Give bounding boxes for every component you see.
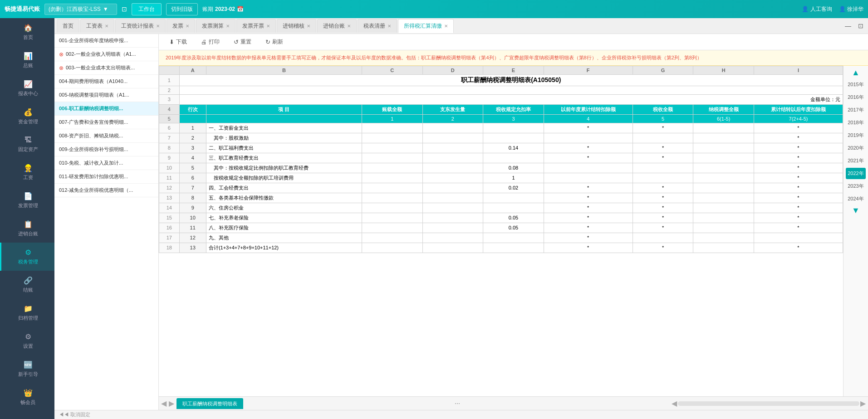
row-c7-15[interactable]: * bbox=[754, 213, 843, 223]
row-c2-6[interactable] bbox=[422, 123, 483, 133]
year-scroll-down[interactable]: ▼ bbox=[852, 206, 860, 215]
form-item-011[interactable]: 011-研发费用加计扣除优惠明... bbox=[54, 170, 158, 184]
form-item-006[interactable]: 006-职工薪酬纳税调整明细... bbox=[54, 102, 158, 116]
year-2019[interactable]: 2019年 bbox=[846, 130, 866, 141]
tab-close-salary-report[interactable]: ✕ bbox=[156, 24, 160, 29]
row-c2-18[interactable] bbox=[422, 243, 483, 253]
year-2017[interactable]: 2017年 bbox=[846, 104, 866, 116]
row-c3-9[interactable] bbox=[483, 153, 544, 163]
sidebar-item-tax[interactable]: ⚙ 税务管理 bbox=[0, 243, 54, 271]
row-c2-9[interactable] bbox=[422, 153, 483, 163]
spreadsheet-area[interactable]: A B C D E F G H I bbox=[159, 66, 843, 397]
row-c7-17[interactable] bbox=[754, 233, 843, 243]
tab-close-invoice-open[interactable]: ✕ bbox=[266, 24, 270, 29]
workbench-button[interactable]: 工作台 bbox=[132, 3, 162, 15]
row-c7-8[interactable]: * bbox=[754, 143, 843, 153]
row-c2-7[interactable] bbox=[422, 133, 483, 143]
row-c7-18[interactable]: * bbox=[754, 243, 843, 253]
sidebar-item-funds[interactable]: 💰 资金管理 bbox=[0, 102, 54, 131]
row-c6-18[interactable] bbox=[693, 243, 754, 253]
row-c4-11[interactable] bbox=[544, 173, 633, 183]
tab-close-salary[interactable]: ✕ bbox=[105, 24, 108, 29]
row-item-7[interactable]: 其中：股权激励 bbox=[206, 133, 362, 143]
row-c5-15[interactable]: * bbox=[633, 213, 693, 223]
row-c5-18[interactable]: * bbox=[633, 243, 693, 253]
row-c7-7[interactable]: * bbox=[754, 133, 843, 143]
form-item-009[interactable]: 009-企业所得税弥补亏损明细... bbox=[54, 143, 158, 156]
row-item-11[interactable]: 按税收规定全额扣除的职工培训费用 bbox=[206, 173, 362, 183]
tab-close-tax-clear[interactable]: ✕ bbox=[387, 24, 391, 29]
row-c3-6[interactable] bbox=[483, 123, 544, 133]
row-c5-10[interactable] bbox=[633, 163, 693, 173]
row-c4-9[interactable]: * bbox=[544, 153, 633, 163]
row-c2-11[interactable] bbox=[422, 173, 483, 183]
row-c5-8[interactable]: * bbox=[633, 143, 693, 153]
row-c2-12[interactable] bbox=[422, 183, 483, 193]
tab-minimize-icon[interactable]: — bbox=[843, 21, 853, 30]
unfix-label[interactable]: ◀◀ 取消固定 bbox=[59, 411, 90, 418]
row-c4-13[interactable]: * bbox=[544, 193, 633, 203]
row-c1-14[interactable] bbox=[362, 203, 422, 213]
row-c6-12[interactable] bbox=[693, 183, 754, 193]
row-c3-10[interactable]: 0.08 bbox=[483, 163, 544, 173]
row-c6-15[interactable] bbox=[693, 213, 754, 223]
row-c4-7[interactable] bbox=[544, 133, 633, 143]
tab-home[interactable]: 首页 bbox=[57, 19, 79, 33]
year-2016[interactable]: 2016年 bbox=[846, 92, 866, 103]
row-c3-7[interactable] bbox=[483, 133, 544, 143]
horizontal-scrollbar[interactable] bbox=[678, 401, 859, 406]
row-c3-15[interactable]: 0.05 bbox=[483, 213, 544, 223]
row-c3-13[interactable] bbox=[483, 193, 544, 203]
row-c1-8[interactable] bbox=[362, 143, 422, 153]
row-c2-16[interactable] bbox=[422, 223, 483, 233]
tab-invoice-calc[interactable]: 发票测算✕ bbox=[196, 19, 235, 33]
row-c5-11[interactable] bbox=[633, 173, 693, 183]
reset-button[interactable]: ↺ 重置 bbox=[230, 37, 255, 47]
tab-maximize-icon[interactable]: ⊡ bbox=[856, 21, 866, 30]
tab-invoice[interactable]: 发票✕ bbox=[167, 19, 195, 33]
row-c5-7[interactable] bbox=[633, 133, 693, 143]
row-item-14[interactable]: 六、住房公积金 bbox=[206, 203, 362, 213]
row-c6-7[interactable] bbox=[693, 133, 754, 143]
row-c6-11[interactable] bbox=[693, 173, 754, 183]
row-c2-10[interactable] bbox=[422, 163, 483, 173]
form-item-005[interactable]: 005-纳税调整项目明细表（A1... bbox=[54, 88, 158, 102]
row-c1-12[interactable] bbox=[362, 183, 422, 193]
year-2018[interactable]: 2018年 bbox=[846, 117, 866, 128]
row-c4-17[interactable]: * bbox=[544, 233, 633, 243]
row-c7-6[interactable]: * bbox=[754, 123, 843, 133]
row-c7-16[interactable]: * bbox=[754, 223, 843, 233]
row-c6-13[interactable] bbox=[693, 193, 754, 203]
sidebar-item-assets[interactable]: 🏗 固定资产 bbox=[0, 131, 54, 158]
row-c6-8[interactable] bbox=[693, 143, 754, 153]
row-c6-6[interactable] bbox=[693, 123, 754, 133]
row-c2-15[interactable] bbox=[422, 213, 483, 223]
row-c6-14[interactable] bbox=[693, 203, 754, 213]
row-item-13[interactable]: 五、各类基本社会保障性缴款 bbox=[206, 193, 362, 203]
row-c3-17[interactable] bbox=[483, 233, 544, 243]
row-c1-6[interactable] bbox=[362, 123, 422, 133]
row-c5-6[interactable]: * bbox=[633, 123, 693, 133]
row-c7-14[interactable]: * bbox=[754, 203, 843, 213]
row-c3-16[interactable]: 0.05 bbox=[483, 223, 544, 233]
row-item-18[interactable]: 合计(1+3+4+7+8+9+10+11+12) bbox=[206, 243, 362, 253]
row-c3-12[interactable]: 0.02 bbox=[483, 183, 544, 193]
row-c3-8[interactable]: 0.14 bbox=[483, 143, 544, 153]
old-version-button[interactable]: 切到旧版 bbox=[166, 3, 198, 15]
row-c3-11[interactable]: 1 bbox=[483, 173, 544, 183]
row-c5-9[interactable]: * bbox=[633, 153, 693, 163]
row-item-10[interactable]: 其中：按税收规定比例扣除的职工教育经费 bbox=[206, 163, 362, 173]
sidebar-item-salary[interactable]: 👷 工资 bbox=[0, 158, 54, 186]
row-c3-14[interactable] bbox=[483, 203, 544, 213]
row-c5-13[interactable]: * bbox=[633, 193, 693, 203]
row-c5-12[interactable]: * bbox=[633, 183, 693, 193]
service-label[interactable]: 👤 人工客询 bbox=[802, 5, 832, 13]
tab-salary-report[interactable]: 工资统计报表✕ bbox=[115, 19, 166, 33]
form-item-003[interactable]: ⊗ 003-一般企业成本支出明细表... bbox=[54, 61, 158, 75]
sheet-next-icon[interactable]: ▶ bbox=[169, 399, 174, 408]
sheet-tab-main[interactable]: 职工薪酬纳税调整明细表 bbox=[177, 398, 243, 409]
form-item-007[interactable]: 007-广告费和业务宣传费明细... bbox=[54, 116, 158, 129]
row-c5-17[interactable] bbox=[633, 233, 693, 243]
row-c4-6[interactable]: * bbox=[544, 123, 633, 133]
sidebar-item-archive[interactable]: 📁 归档管理 bbox=[0, 299, 54, 327]
